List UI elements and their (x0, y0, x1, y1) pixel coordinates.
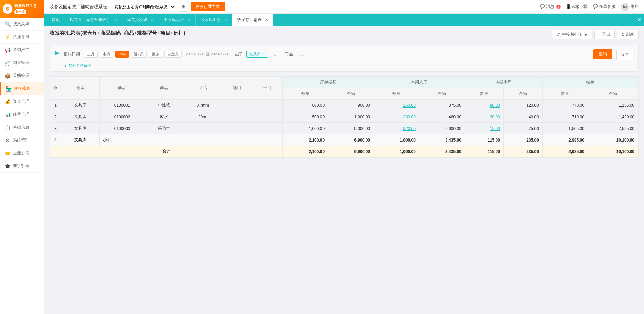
tab-close-1[interactable]: ✕ (114, 18, 117, 22)
warehouse-more-dots[interactable]: … (274, 51, 279, 57)
query-button[interactable]: 查询 (593, 49, 612, 59)
sidebar-item-finance[interactable]: 💰 资金管理 (0, 95, 44, 108)
subtotal-in-amt: 3,435.00 (419, 134, 465, 146)
cell-bal-qty: 1,505.00 (542, 123, 588, 134)
tab-close-5[interactable]: ✕ (265, 18, 268, 22)
date-btn-this-month[interactable]: 本月 (100, 51, 113, 58)
cell-out-qty[interactable]: 20.00 (465, 111, 503, 123)
cell-goods-code: 0100002 (99, 111, 145, 123)
app-logo: 6 (3, 4, 12, 14)
search-icon: 🔍 (5, 21, 10, 27)
tab-close-2[interactable]: ✕ (151, 18, 154, 22)
sidebar-item-corp[interactable]: 🤝 企业协同 (0, 147, 44, 160)
total-begin-amt: 6,900.00 (328, 146, 374, 158)
cell-out-qty[interactable]: 15.00 (465, 123, 503, 134)
warehouse-tag-close[interactable]: ✕ (262, 52, 265, 56)
sidebar-item-purchase[interactable]: 📦 采购管理 (0, 69, 44, 82)
quick-icon: ⚡ (5, 34, 10, 40)
settings-button[interactable]: 设置 (616, 50, 633, 60)
date-btn-7days[interactable]: 近7天 (131, 51, 147, 58)
cell-goods-name: 胶水 (145, 111, 183, 123)
system-selector[interactable]: 装备及固定资产辅助管理系统 (110, 3, 176, 11)
cell-goods-spec (183, 123, 222, 134)
topbar-settings-btn[interactable]: ⚙ (179, 2, 188, 12)
cell-begin-qty: 500.00 (283, 111, 328, 123)
th-settings: ⚙ (50, 77, 61, 100)
date-btn-custom[interactable]: 自定义 (164, 51, 182, 58)
refresh-btn[interactable]: ↻ 刷新 (617, 30, 639, 39)
user-menu[interactable]: Ea 用户 (621, 3, 639, 11)
export-btn[interactable]: ↑ 导出 (594, 30, 615, 39)
cell-bal-amt: 1,155.00 (588, 100, 638, 111)
tab-4[interactable]: 出入库汇总✕ (196, 14, 232, 26)
sidebar-item-inventory[interactable]: 🏪 库存核算 (0, 82, 44, 95)
cell-goods-spec: 20ml (183, 111, 222, 123)
messages-btn[interactable]: 💬 消息 6 (540, 4, 561, 10)
sidebar-item-sales[interactable]: 🛒 销售管理 (0, 56, 44, 69)
subtotal-warehouse: 文具库 (61, 134, 100, 146)
tab-5[interactable]: 收发存汇总表✕ (232, 14, 273, 26)
sidebar-label-purchase: 采购管理 (13, 73, 29, 79)
subtotal-in-qty[interactable]: 1,000.00 (374, 134, 419, 146)
th-bal-qty: 数量 (542, 88, 588, 100)
subtotal-out-qty[interactable]: 115.00 (465, 134, 503, 146)
cell-project (222, 123, 252, 134)
cell-goods-code: 0100001 (99, 100, 145, 111)
goods-more-dots[interactable]: … (298, 51, 304, 57)
date-btn-more[interactable]: 更多 (149, 51, 162, 58)
total-out-amt: 235.00 (503, 146, 542, 158)
sidebar-title: 畅捷通好生意 标准版 (14, 3, 37, 14)
sidebar-label-finance: 资金管理 (13, 99, 29, 104)
sidebar-item-marketing[interactable]: 📢 营销推广 (0, 44, 44, 56)
sidebar-item-quick[interactable]: ⚡ 快捷导航 (0, 31, 44, 44)
sidebar-item-system[interactable]: ⚙ 系统管理 (0, 134, 44, 147)
settings-btn-wrapper: 设置 (616, 48, 633, 60)
app-download-btn[interactable]: 📱 App下载 (566, 4, 588, 10)
sidebar: 6 畅捷通好生意 标准版 🔍 搜索菜单 ⚡ 快捷导航 📢 营销推广 🛒 销售管理… (0, 0, 44, 314)
cell-in-qty[interactable]: 230.00 (374, 111, 419, 123)
subtotal-bal-amt: 10,100.00 (588, 134, 638, 146)
tab-label-0: 首页 (52, 17, 60, 23)
sidebar-item-operation[interactable]: 📊 经营管理 (0, 108, 44, 121)
purchase-icon: 📦 (5, 73, 10, 79)
sidebar-label-basic: 基础信息 (13, 125, 29, 130)
subtotal-no: 4 (50, 134, 61, 146)
table-row: 3 文具库 0100003 采访本 1,000.00 5,000.00 520.… (50, 123, 638, 134)
tabs-close-all-btn[interactable]: ✕ (637, 17, 641, 22)
operation-icon: 📊 (5, 112, 10, 117)
cell-in-qty[interactable]: 250.00 (374, 100, 419, 111)
sidebar-label-system: 系统管理 (13, 137, 29, 143)
sidebar-item-search[interactable]: 🔍 搜索菜单 (0, 18, 44, 31)
basic-icon: 📋 (5, 125, 10, 130)
sidebar-label-corp: 企业协同 (13, 150, 29, 156)
tab-3[interactable]: 出入库流水✕ (159, 14, 196, 26)
date-btn-this-year[interactable]: 本年 (115, 51, 129, 58)
total-bal-qty: 2,985.00 (542, 146, 588, 158)
tab-1[interactable]: 现存量（库存分布表）✕ (65, 14, 122, 26)
tab-2[interactable]: 库存批次账✕ (122, 14, 159, 26)
goods-label: 商品 (285, 51, 293, 57)
finance-icon: 💰 (5, 99, 10, 104)
date-btn-prev-month[interactable]: 上月 (84, 51, 98, 58)
tab-close-4[interactable]: ✕ (224, 18, 227, 22)
total-in-qty: 1,000.00 (374, 146, 419, 158)
tab-0[interactable]: 首页 (47, 14, 65, 26)
sidebar-label-inventory: 库存核算 (14, 86, 30, 92)
filter-arrow[interactable]: ▶ (55, 49, 60, 56)
user-avatar: Ea (621, 3, 629, 11)
cell-out-qty[interactable]: 80.00 (465, 100, 503, 111)
online-service-btn[interactable]: 💬 在线客服 (593, 4, 615, 10)
expand-btn[interactable]: ▼ 展开更多条件 (64, 63, 633, 68)
cell-in-qty[interactable]: 520.00 (374, 123, 419, 134)
cell-department (252, 123, 283, 134)
trial-button[interactable]: 体验行业方案 (191, 2, 225, 11)
messages-badge: 6 (556, 5, 561, 9)
sidebar-label-operation: 经营管理 (13, 112, 29, 117)
sidebar-item-basic[interactable]: 📋 基础信息 (0, 121, 44, 134)
sidebar-item-newbie[interactable]: 🎓 新手引导 (0, 160, 44, 173)
cell-bal-amt: 7,525.00 (588, 123, 638, 134)
print-btn[interactable]: 🖨 拼接版打印 ▼ (552, 30, 592, 39)
cell-no: 3 (50, 123, 61, 134)
subtotal-out-amt: 235.00 (503, 134, 542, 146)
tab-close-3[interactable]: ✕ (187, 18, 191, 22)
